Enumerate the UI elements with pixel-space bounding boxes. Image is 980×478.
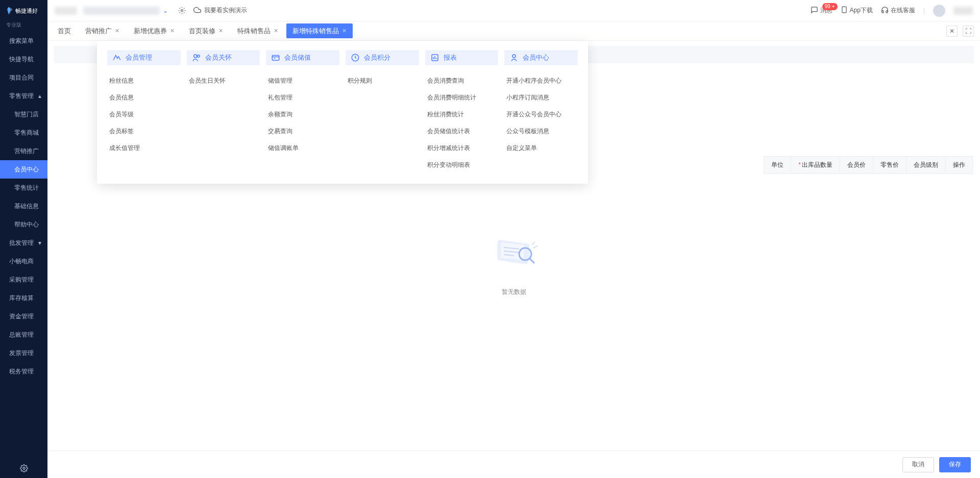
- sidebar-item[interactable]: 税务管理: [0, 362, 47, 381]
- mega-column-header[interactable]: 会员中心: [504, 50, 578, 65]
- chevron-down-icon: ⌄: [163, 7, 168, 14]
- sidebar-item[interactable]: 发票管理: [0, 344, 47, 362]
- sidebar-item[interactable]: 小畅电商: [0, 252, 47, 270]
- tab[interactable]: 新增优惠券✕: [127, 21, 182, 40]
- messages-button[interactable]: 消息 99 +: [811, 6, 832, 15]
- support-button[interactable]: 在线客服: [881, 6, 915, 15]
- sidebar-item[interactable]: 零售管理▲: [0, 87, 47, 105]
- mega-link[interactable]: 会员标签: [107, 123, 181, 140]
- mega-link[interactable]: 粉丝消费统计: [425, 106, 499, 123]
- footer-actions: 取消 保存: [47, 450, 980, 478]
- close-icon[interactable]: ✕: [170, 28, 175, 34]
- app-download-button[interactable]: App下载: [841, 6, 873, 15]
- mega-link[interactable]: 会员生日关怀: [187, 72, 260, 89]
- mega-link[interactable]: 余额查询: [266, 106, 339, 123]
- sidebar-item[interactable]: 帮助中心: [0, 215, 47, 234]
- tab[interactable]: 首页: [51, 21, 78, 40]
- sidebar-item[interactable]: 资金管理: [0, 307, 47, 325]
- tab[interactable]: 特殊销售品✕: [230, 21, 285, 40]
- close-tab-button[interactable]: ✕: [946, 26, 958, 37]
- caret-icon: ▼: [37, 240, 42, 246]
- sidebar-item-label: 小畅电商: [9, 257, 34, 266]
- sidebar-item[interactable]: 采购管理: [0, 270, 47, 289]
- avatar[interactable]: [933, 5, 945, 17]
- mega-link[interactable]: 自定义菜单: [504, 140, 578, 157]
- sidebar-item-label: 零售管理: [9, 92, 34, 100]
- mega-link[interactable]: 粉丝信息: [107, 72, 181, 89]
- close-icon[interactable]: ✕: [115, 28, 119, 34]
- mega-link[interactable]: 会员储值统计表: [425, 123, 499, 140]
- message-icon: [811, 6, 818, 15]
- mega-link[interactable]: 会员等级: [107, 106, 181, 123]
- mega-link[interactable]: 礼包管理: [266, 89, 339, 106]
- mega-link[interactable]: 交易查询: [266, 123, 339, 140]
- org-selector[interactable]: ⌄: [83, 7, 170, 15]
- mega-link[interactable]: 成长值管理: [107, 140, 181, 157]
- mega-link[interactable]: 储值调账单: [266, 140, 339, 157]
- mega-link[interactable]: 储值管理: [266, 72, 339, 89]
- sidebar-item[interactable]: 会员中心: [0, 160, 47, 179]
- mega-column: 会员管理粉丝信息会员信息会员等级会员标签成长值管理: [104, 50, 184, 173]
- mega-link[interactable]: 积分变动明细表: [425, 157, 499, 173]
- demo-link[interactable]: 我要看实例演示: [193, 6, 247, 15]
- brand-logo: 畅捷通好: [0, 0, 47, 21]
- mega-header-label: 会员管理: [126, 53, 152, 62]
- topbar-blur-left: [55, 7, 77, 15]
- mega-link[interactable]: 开通公众号会员中心: [504, 106, 578, 123]
- mega-column-header[interactable]: 报表: [425, 50, 499, 65]
- mega-link[interactable]: 会员信息: [107, 89, 181, 106]
- sidebar-item[interactable]: 基础信息: [0, 197, 47, 215]
- sidebar-menu: 搜索菜单快捷导航项目合同零售管理▲智慧门店零售商城营销推广会员中心零售统计基础信…: [0, 32, 47, 460]
- mega-link[interactable]: 会员消费查询: [425, 72, 499, 89]
- mega-header-label: 报表: [444, 53, 457, 62]
- mega-column-header[interactable]: 会员储值: [266, 50, 339, 65]
- mega-column: 会员积分积分规则: [342, 50, 422, 173]
- mega-column-header[interactable]: 会员积分: [346, 50, 419, 65]
- fullscreen-button[interactable]: ⛶: [963, 26, 974, 37]
- sidebar-item[interactable]: 营销推广: [0, 142, 47, 160]
- mega-link[interactable]: 小程序订阅消息: [504, 89, 578, 106]
- sidebar-item[interactable]: 库存核算: [0, 289, 47, 307]
- mega-column: 会员储值储值管理礼包管理余额查询交易查询储值调账单: [263, 50, 342, 173]
- tab[interactable]: 首页装修✕: [182, 21, 230, 40]
- sidebar-item[interactable]: 快捷导航: [0, 50, 47, 68]
- sidebar-settings[interactable]: [0, 460, 47, 478]
- table-header-cell: 会员级别: [906, 156, 946, 174]
- mega-link[interactable]: 积分规则: [346, 72, 419, 89]
- mega-header-label: 会员积分: [364, 53, 390, 62]
- sidebar-item[interactable]: 搜索菜单: [0, 32, 47, 50]
- sidebar-item[interactable]: 总账管理: [0, 325, 47, 344]
- tab-label: 新增优惠券: [134, 27, 167, 36]
- tab-label: 首页装修: [189, 27, 215, 36]
- empty-text: 暂无数据: [483, 288, 545, 296]
- close-icon[interactable]: ✕: [218, 28, 223, 34]
- mega-link[interactable]: 会员消费明细统计: [425, 89, 499, 106]
- mega-link[interactable]: 积分增减统计表: [425, 140, 499, 157]
- mega-link[interactable]: 开通小程序会员中心: [504, 72, 578, 89]
- org-name-blurred: [83, 7, 160, 15]
- close-icon[interactable]: ✕: [342, 28, 347, 34]
- sidebar-item-label: 税务管理: [9, 367, 34, 376]
- mega-column-header[interactable]: 会员关怀: [187, 50, 260, 65]
- sidebar-item-label: 资金管理: [9, 312, 34, 321]
- svg-point-0: [23, 467, 25, 469]
- tab[interactable]: 新增特殊销售品✕: [286, 23, 353, 38]
- sidebar-item-label: 批发管理: [9, 239, 34, 247]
- sidebar-item[interactable]: 项目合同: [0, 68, 47, 87]
- main: ⌄ 我要看实例演示 消息 99 +: [47, 0, 980, 478]
- tab-label: 新增特殊销售品: [292, 27, 339, 36]
- close-icon[interactable]: ✕: [274, 28, 278, 34]
- cancel-button[interactable]: 取消: [902, 457, 934, 472]
- sidebar-item[interactable]: 智慧门店: [0, 105, 47, 123]
- sidebar-item[interactable]: 零售统计: [0, 179, 47, 197]
- table-header-cell: 操作: [946, 156, 973, 174]
- sidebar-item[interactable]: 零售商城: [0, 123, 47, 142]
- settings-button[interactable]: [176, 5, 187, 16]
- empty-state: 暂无数据: [483, 230, 545, 296]
- sidebar-item-label: 库存核算: [9, 294, 34, 303]
- tab[interactable]: 营销推广✕: [78, 21, 127, 40]
- mega-link[interactable]: 公众号模板消息: [504, 123, 578, 140]
- save-button[interactable]: 保存: [939, 457, 971, 472]
- sidebar-item[interactable]: 批发管理▼: [0, 234, 47, 252]
- mega-column-header[interactable]: 会员管理: [107, 50, 181, 65]
